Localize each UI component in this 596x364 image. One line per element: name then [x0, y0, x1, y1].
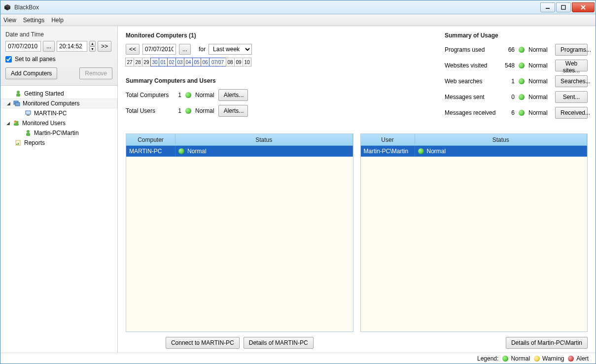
tree-monitored-users[interactable]: ◢ Monitored Users: [0, 118, 117, 128]
calendar-cell[interactable]: 02: [167, 58, 176, 66]
usage-row: Messages received6NormalReceived...: [445, 107, 588, 119]
legend-bar: Legend: Normal Warning Alert: [0, 353, 596, 364]
tree-label: MARTIN-PC: [34, 110, 67, 117]
calendar-cell[interactable]: 28: [134, 58, 142, 66]
tree-martin-user[interactable]: Martin-PC\Martin: [0, 128, 117, 138]
tree-monitored-computers[interactable]: ◢ Monitored Computers: [0, 99, 117, 108]
maximize-button[interactable]: [556, 2, 571, 12]
legend-label: Legend:: [477, 355, 498, 362]
menu-settings[interactable]: Settings: [23, 17, 44, 24]
usage-details-button[interactable]: Searches...: [555, 75, 588, 87]
calendar-cell[interactable]: 04: [184, 58, 193, 66]
usage-row: Web searches1NormalSearches...: [445, 75, 588, 87]
calendar-cell[interactable]: 09: [234, 58, 243, 66]
usage-status: Normal: [528, 94, 551, 100]
usage-details-button[interactable]: Received...: [555, 107, 588, 119]
tree-reports[interactable]: Reports: [0, 138, 117, 148]
calendar-cell[interactable]: 10: [243, 58, 251, 66]
menu-help[interactable]: Help: [51, 17, 64, 24]
usage-status: Normal: [528, 46, 551, 53]
menubar: View Settings Help: [0, 14, 596, 26]
usage-row: Websites visited548NormalWeb sites...: [445, 60, 588, 71]
connect-button[interactable]: Connect to MARTIN-PC: [166, 337, 240, 349]
calendar-cell[interactable]: 29: [142, 58, 151, 66]
table-row[interactable]: MARTIN-PC Normal: [126, 146, 353, 157]
nav-tree: Getting Started ◢ Monitored Computers MA…: [0, 86, 117, 353]
legend-alert-icon: [568, 356, 574, 362]
add-computers-button[interactable]: Add Computers: [5, 67, 57, 79]
svg-rect-10: [15, 102, 20, 106]
calendar-cell[interactable]: 06: [201, 58, 210, 66]
status-dot-icon: [519, 47, 525, 53]
usage-label: Websites visited: [445, 62, 499, 69]
sidebar: Date and Time ... ▲ ▼ >> Set to all pane…: [0, 26, 118, 353]
svg-rect-4: [561, 5, 565, 9]
computers-table: Computer Status MARTIN-PC Normal: [126, 133, 353, 332]
titlebar: BlackBox: [0, 0, 596, 14]
content-date-input[interactable]: [142, 44, 176, 55]
col-user[interactable]: User: [361, 134, 415, 145]
col-status[interactable]: Status: [175, 134, 353, 145]
status-dot-icon: [519, 78, 525, 84]
tree-martin-pc[interactable]: MARTIN-PC: [0, 108, 117, 118]
person-icon: [14, 90, 22, 98]
period-select[interactable]: Last week: [209, 44, 252, 55]
svg-rect-11: [26, 111, 31, 114]
datetime-label: Date and Time: [5, 31, 112, 38]
calendar-cell[interactable]: 08: [226, 58, 235, 66]
status-dot-icon: [519, 94, 525, 100]
svg-point-16: [27, 130, 30, 133]
calendar-cell[interactable]: 05: [192, 58, 201, 66]
usage-row: Messages sent0NormalSent...: [445, 91, 588, 103]
tables-row: Computer Status MARTIN-PC Normal Con: [126, 133, 588, 349]
col-computer[interactable]: Computer: [126, 134, 175, 145]
close-button[interactable]: [572, 2, 595, 12]
table-row[interactable]: Martin-PC\Martin Normal: [361, 146, 588, 157]
computers-icon: [13, 99, 21, 107]
users-table: User Status Martin-PC\Martin Normal: [360, 133, 588, 332]
prev-period-button[interactable]: <<: [126, 44, 140, 55]
usage-value: 0: [503, 94, 515, 100]
status-text: Normal: [195, 107, 214, 114]
col-status[interactable]: Status: [415, 134, 588, 145]
calendar-cell[interactable]: 27: [125, 58, 134, 66]
usage-details-button[interactable]: Sent...: [555, 91, 588, 103]
set-all-panes-checkbox[interactable]: [5, 56, 12, 63]
tree-getting-started[interactable]: Getting Started: [0, 89, 117, 99]
alerts-computers-button[interactable]: Alerts...: [218, 89, 248, 101]
app-icon: [3, 3, 11, 11]
usage-value: 6: [503, 109, 515, 116]
menu-view[interactable]: View: [3, 17, 16, 24]
cell-computer: MARTIN-PC: [126, 146, 175, 157]
calendar-cell[interactable]: 03: [175, 58, 184, 66]
usage-label: Programs used: [445, 46, 499, 53]
date-input[interactable]: [5, 41, 41, 52]
content-date-picker-button[interactable]: ...: [179, 44, 191, 55]
usage-status: Normal: [528, 78, 551, 85]
details-computer-button[interactable]: Details of MARTIN-PC: [244, 337, 314, 349]
for-label: for: [199, 46, 206, 53]
minimize-button[interactable]: [540, 2, 555, 12]
alerts-users-button[interactable]: Alerts...: [218, 105, 248, 117]
time-spin-up[interactable]: ▲: [89, 41, 96, 46]
total-computers-value: 1: [177, 92, 181, 99]
usage-details-button[interactable]: Programs...: [555, 44, 588, 56]
main: Date and Time ... ▲ ▼ >> Set to all pane…: [0, 26, 596, 353]
calendar-cell[interactable]: 07/07: [209, 58, 226, 66]
expand-icon[interactable]: ◢: [5, 121, 10, 126]
apply-datetime-button[interactable]: >>: [98, 41, 111, 52]
app-title: BlackBox: [14, 4, 39, 11]
time-spin-down[interactable]: ▼: [89, 46, 96, 52]
date-picker-button[interactable]: ...: [43, 41, 55, 52]
calendar-cell[interactable]: 01: [159, 58, 168, 66]
cell-status: Normal: [175, 146, 353, 157]
legend-warning: Warning: [542, 355, 564, 362]
summary-header: Summary Computers and Users: [126, 77, 252, 84]
details-user-button[interactable]: Details of Martin-PC\Martin: [506, 337, 588, 349]
calendar-cell[interactable]: 30: [150, 58, 159, 66]
usage-details-button[interactable]: Web sites...: [555, 60, 588, 71]
expand-icon[interactable]: ◢: [6, 101, 11, 106]
tree-label: Monitored Computers: [23, 100, 79, 107]
time-input[interactable]: [57, 41, 87, 52]
remove-button[interactable]: Remove: [79, 67, 112, 79]
